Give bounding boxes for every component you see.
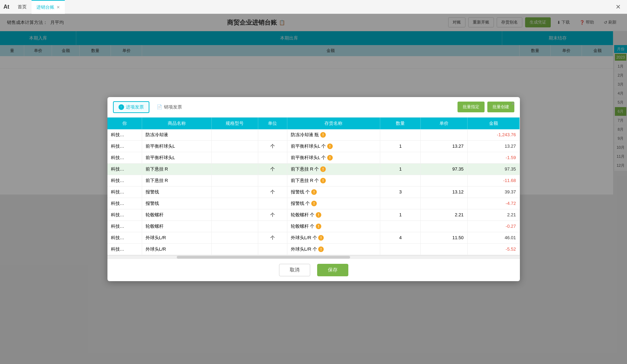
cell-price-8	[421, 220, 467, 232]
warning-icon: !	[327, 144, 333, 149]
warning-icon: !	[320, 132, 326, 138]
cell-stockname-1: 前平衡杆球头L 个 !	[287, 140, 380, 152]
modal-footer: 取消 保存	[107, 259, 520, 281]
cell-amount-6: -4.72	[467, 198, 520, 209]
save-button[interactable]: 保存	[317, 264, 348, 276]
warning-icon: !	[320, 178, 326, 183]
table-row: 科技… 报警线 报警线 个 ! -4.72	[107, 198, 520, 209]
cell-product-1: 前平衡杆球头L	[142, 140, 211, 152]
cell-unit-9: 个	[258, 232, 287, 243]
cancel-button[interactable]: 取消	[279, 264, 310, 276]
cell-company-8: 科技…	[107, 220, 142, 232]
warning-icon: !	[318, 246, 324, 252]
cell-spec-5	[211, 186, 258, 198]
cell-qty-2	[380, 152, 421, 163]
tab-sales-invoice[interactable]: 📄 销项发票	[151, 102, 187, 113]
table-row: 科技… 轮毂螺杆 轮毂螺杆 个 ! -0.27	[107, 220, 520, 232]
modal-header-right: 批量指定 批量创建	[458, 102, 514, 112]
cell-product-3: 前下悬挂 R	[142, 163, 211, 175]
tab-close-icon[interactable]: ✕	[56, 5, 60, 10]
cell-stockname-0: 防冻冷却液 瓶 !	[287, 129, 380, 141]
cell-stockname-5: 报警线 个 !	[287, 186, 380, 198]
table-row: 科技… 轮毂螺杆 个 轮毂螺杆 个 ! 1 2.21 2.21	[107, 209, 520, 220]
cell-qty-1: 1	[380, 140, 421, 152]
main-content: 销售成本计算方法： 月平均 商贸企业进销台账 📋 对账 重新开账 存货别名 生成…	[0, 14, 627, 364]
warning-icon: !	[327, 155, 333, 161]
cell-product-7: 轮毂螺杆	[142, 209, 211, 220]
tab-ledger[interactable]: 进销台账 ✕	[32, 0, 65, 14]
scrollbar-thumb[interactable]	[177, 256, 350, 259]
batch-create-button[interactable]: 批量创建	[487, 102, 514, 112]
cell-qty-9: 4	[380, 232, 421, 243]
cell-company-2: 科技…	[107, 152, 142, 163]
cell-qty-4	[380, 175, 421, 186]
tab-home[interactable]: 首页	[13, 0, 32, 14]
cell-qty-0	[380, 129, 421, 141]
cell-amount-8: -0.27	[467, 220, 520, 232]
th-unit: 单位	[258, 118, 287, 129]
cell-stockname-3: 前下悬挂 R 个 !	[287, 163, 380, 175]
cell-stockname-6: 报警线 个 !	[287, 198, 380, 209]
cell-unit-4	[258, 175, 287, 186]
table-row: 科技… 前平衡杆球头L 个 前平衡杆球头L 个 ! 1 13.27 13.27	[107, 140, 520, 152]
cell-spec-3	[211, 163, 258, 175]
cell-unit-5: 个	[258, 186, 287, 198]
table-row: 科技… 报警线 个 报警线 个 ! 3 13.12 39.37	[107, 186, 520, 198]
cell-qty-10	[380, 243, 421, 255]
cell-amount-1: 13.27	[467, 140, 520, 152]
table-row: 科技… 外球头L/R 外球头L/R 个 ! -5.52	[107, 243, 520, 255]
table-row: 科技… 前平衡杆球头L 前平衡杆球头L 个 ! -1.59	[107, 152, 520, 163]
cell-amount-4: -11.68	[467, 175, 520, 186]
cell-unit-2	[258, 152, 287, 163]
table-row: 科技… 前下悬挂 R 个 前下悬挂 R 个 ! 1 97.35 97.35	[107, 163, 520, 175]
top-bar: At 首页 进销台账 ✕ ✕	[0, 0, 627, 14]
app-close-button[interactable]: ✕	[613, 2, 624, 12]
modal-close-button[interactable]: ×	[511, 101, 515, 107]
batch-assign-button[interactable]: 批量指定	[458, 102, 485, 112]
cell-unit-1: 个	[258, 140, 287, 152]
cell-price-1: 13.27	[421, 140, 467, 152]
cell-unit-6	[258, 198, 287, 209]
cell-product-9: 外球头L/R	[142, 232, 211, 243]
cell-spec-9	[211, 232, 258, 243]
th-stock-name: 存货名称	[287, 118, 380, 129]
th-product-name: 商品名称	[142, 118, 211, 129]
invoice-table: 你 商品名称 规格型号 单位 存货名称 数量 单价 金额 科技… 防冻冷却液	[107, 118, 520, 255]
modal-dialog: ↑ 进项发票 📄 销项发票 批量指定 批量创建 × 你	[107, 97, 520, 281]
cell-amount-3: 97.35	[467, 163, 520, 175]
modal-overlay: ↑ 进项发票 📄 销项发票 批量指定 批量创建 × 你	[0, 14, 627, 364]
cell-product-2: 前平衡杆球头L	[142, 152, 211, 163]
cell-company-9: 科技…	[107, 232, 142, 243]
table-row: 科技… 防冻冷却液 防冻冷却液 瓶 ! -1,243.76	[107, 129, 520, 141]
cell-stockname-7: 轮毂螺杆 个 !	[287, 209, 380, 220]
cell-product-10: 外球头L/R	[142, 243, 211, 255]
horizontal-scrollbar[interactable]	[107, 255, 520, 259]
cell-amount-5: 39.37	[467, 186, 520, 198]
cell-spec-0	[211, 129, 258, 141]
modal-table: 你 商品名称 规格型号 单位 存货名称 数量 单价 金额 科技… 防冻冷却液	[107, 118, 520, 255]
cell-price-6	[421, 198, 467, 209]
cell-unit-7: 个	[258, 209, 287, 220]
cell-stockname-2: 前平衡杆球头L 个 !	[287, 152, 380, 163]
app-logo: At	[3, 4, 9, 10]
cell-price-9: 11.50	[421, 232, 467, 243]
warning-icon: !	[320, 166, 326, 172]
cell-product-6: 报警线	[142, 198, 211, 209]
cell-company-10: 科技…	[107, 243, 142, 255]
cell-stockname-10: 外球头L/R 个 !	[287, 243, 380, 255]
cell-amount-7: 2.21	[467, 209, 520, 220]
cell-unit-8	[258, 220, 287, 232]
cell-amount-9: 46.01	[467, 232, 520, 243]
cell-spec-7	[211, 209, 258, 220]
cell-spec-10	[211, 243, 258, 255]
cell-qty-5: 3	[380, 186, 421, 198]
cell-spec-1	[211, 140, 258, 152]
cell-spec-4	[211, 175, 258, 186]
cell-product-4: 前下悬挂 R	[142, 175, 211, 186]
warning-icon: !	[316, 224, 321, 229]
tab-purchase-invoice[interactable]: ↑ 进项发票	[113, 101, 149, 113]
cell-product-0: 防冻冷却液	[142, 129, 211, 141]
cell-product-8: 轮毂螺杆	[142, 220, 211, 232]
cell-spec-6	[211, 198, 258, 209]
warning-icon: !	[311, 189, 317, 195]
